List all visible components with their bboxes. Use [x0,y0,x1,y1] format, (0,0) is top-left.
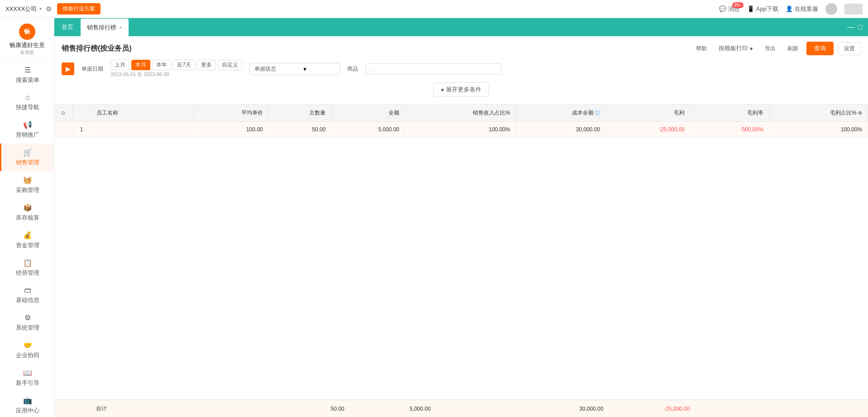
basic-icon: 🗃 [24,286,31,294]
sidebar-item-collab[interactable]: 🤝 企业协同 [0,336,54,364]
gear-icon[interactable]: ⚙ [46,5,52,13]
date-btn-本月[interactable]: 本月 [131,60,150,70]
table-wrapper: ⚙ 员工名称 平均单价 主数量 全额 销售收入占比% 成本全额 ⓘ 毛利 毛利率… [54,105,868,399]
online-service-button[interactable]: 👤 在线客服 [786,5,818,13]
page-title-row: 销售排行榜(按业务员) 帮助 按模板打印 ▾ 导出 刷新 查询 设置 [62,42,861,55]
page-actions: 帮助 按模板打印 ▾ 导出 刷新 查询 设置 [692,42,861,55]
col-name: 员工名称 [91,105,193,122]
message-button[interactable]: 💬 消息 99+ [719,5,740,13]
date-filter-label: 单据日期 [82,65,103,73]
expand-btn[interactable]: ▾ 展开更多条件 [433,82,489,97]
col-cost: 成本全额 ⓘ [516,105,605,122]
sidebar-item-sales[interactable]: 🛒 销售管理 [0,144,54,171]
system-icon: ⚙ [24,313,31,322]
goods-filter[interactable]: ... [365,63,501,75]
sidebar-item-shortcut[interactable]: ⌂ 快捷导航 [0,89,54,116]
minimize-icon[interactable]: — [847,23,854,31]
sidebar-label-shortcut: 快捷导航 [16,103,39,111]
date-btn-上月[interactable]: 上月 [110,60,129,70]
footer-gross: -25,000.00 [609,406,695,412]
export-button[interactable]: 导出 [761,43,779,54]
message-icon: 💬 [719,5,726,12]
help-button[interactable]: 帮助 [692,43,710,54]
status-filter[interactable]: 单据状态 ▾ [249,63,340,75]
row-avg-price: 100.00 [193,122,269,138]
logo-icon: 畅 [19,24,35,40]
content-area: 首页 销售排行榜 × — □ 销售排行榜(按业务员) 帮助 按模板打印 [54,18,868,417]
col-settings[interactable]: ⚙ [54,105,72,122]
header-right: 💬 消息 99+ 📱 App下载 👤 在线客服 [719,3,863,15]
sidebar-label-appstore: 应用中心 [16,407,39,415]
appstore-icon: 📺 [23,396,32,405]
sidebar-items: ☰ 搜索菜单 ⌂ 快捷导航 📢 营销推广 🛒 销售管理 🧺 采购管理 📦 库存核… [0,61,54,417]
maximize-icon[interactable]: □ [858,23,863,31]
app-download-button[interactable]: 📱 App下载 [747,5,778,13]
row-amount: 5,000.00 [331,122,405,138]
row-sales-pct: 100.00% [405,122,516,138]
avatar[interactable] [825,3,837,15]
table-body: 1 100.00 50.00 5,000.00 100.00% 30,000.0… [54,122,868,138]
shortcut-icon: ⌂ [25,93,30,101]
refresh-button[interactable]: 刷新 [784,43,802,54]
logo-area: 畅 畅康通好生意 标准版 [0,18,54,61]
col-gross-pct: 毛利占比% ⚙ [769,105,868,122]
sidebar-item-newbie[interactable]: 📖 新手引导 [0,364,54,392]
row-settings[interactable] [54,122,72,138]
template-print-button[interactable]: 按模板打印 ▾ [715,43,757,54]
chevron-down-icon: ▾ [39,6,42,12]
sidebar-label-system: 系统管理 [16,324,39,332]
date-btn-本年[interactable]: 本年 [152,60,171,70]
row-gross-rate: -500.00% [691,122,769,138]
sidebar-item-search[interactable]: ☰ 搜索菜单 [0,61,54,89]
sidebar-item-operations[interactable]: 📋 经营管理 [0,254,54,282]
industry-button[interactable]: 体验行业方案 [57,3,101,14]
footer-qty: 50.00 [264,406,350,412]
sidebar-item-system[interactable]: ⚙ 系统管理 [0,309,54,336]
col-avg-price: 平均单价 [193,105,269,122]
finance-icon: 💰 [23,231,32,240]
table-header-row: ⚙ 员工名称 平均单价 主数量 全额 销售收入占比% 成本全额 ⓘ 毛利 毛利率… [54,105,868,122]
col-gross: 毛利 [606,105,691,122]
sidebar-label-sales: 销售管理 [16,158,39,167]
col-sales-pct: 销售收入占比% [405,105,516,122]
chevron-down-icon: ▾ [303,66,307,72]
sidebar-item-appstore[interactable]: 📺 应用中心 [0,392,54,417]
sidebar-item-purchase[interactable]: 🧺 采购管理 [0,171,54,199]
page-header: 销售排行榜(按业务员) 帮助 按模板打印 ▾ 导出 刷新 查询 设置 [54,36,868,104]
date-range: 2023-06-01 至 2023-06-30 [110,71,242,78]
date-btn-更多[interactable]: 更多 [197,60,216,70]
tab-sales-ranking[interactable]: 销售排行榜 × [81,19,129,37]
query-button[interactable]: 查询 [806,42,834,55]
company-selector[interactable]: XXXXX公司 ▾ [5,5,42,13]
operations-icon: 📋 [23,259,32,267]
row-cost: 30,000.00 [516,122,605,138]
settings-button[interactable]: 设置 [838,42,861,55]
search-icon: ☰ [24,66,31,74]
quick-filter-button[interactable]: ▶ [62,62,74,75]
date-btn-近7天[interactable]: 近7天 [173,60,195,70]
page-content: 销售排行榜(按业务员) 帮助 按模板打印 ▾ 导出 刷新 查询 设置 [54,36,868,417]
sidebar-label-inventory: 库存核算 [16,214,39,222]
chevron-down-icon: ▾ [441,86,444,93]
tab-close-icon[interactable]: × [119,24,122,31]
newbie-icon: 📖 [23,369,32,377]
col-gross-rate: 毛利率 [691,105,769,122]
message-badge: 99+ [732,2,743,8]
data-table: ⚙ 员工名称 平均单价 主数量 全额 销售收入占比% 成本全额 ⓘ 毛利 毛利率… [54,105,868,138]
row-qty: 50.00 [269,122,331,138]
col-amount: 全额 [331,105,405,122]
sidebar-item-inventory[interactable]: 📦 库存核算 [0,199,54,226]
purchase-icon: 🧺 [23,176,32,184]
row-gross-pct: 100.00% [769,122,868,138]
sidebar-item-finance[interactable]: 💰 资金管理 [0,226,54,254]
sidebar-item-basic[interactable]: 🗃 基础信息 [0,282,54,309]
chevron-down-icon: ▾ [750,45,753,52]
logo-text: 畅康通好生意 标准版 [10,42,45,55]
table-row: 1 100.00 50.00 5,000.00 100.00% 30,000.0… [54,122,868,138]
sidebar-item-marketing[interactable]: 📢 营销推广 [0,116,54,144]
tab-home[interactable]: 首页 [54,18,81,36]
row-gross: -25,000.00 [606,122,691,138]
date-btn-自定义[interactable]: 自定义 [218,60,242,70]
row-name [91,122,193,138]
inventory-icon: 📦 [23,203,32,212]
